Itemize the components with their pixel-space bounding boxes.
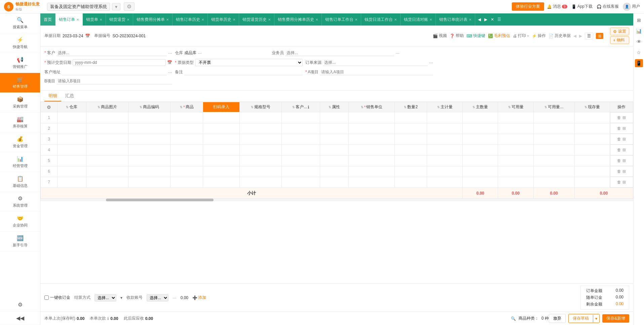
th-spec[interactable]: ⇅规格型号 xyxy=(239,102,281,112)
addr-more-btn[interactable]: ··· xyxy=(168,70,172,75)
payment-method-select[interactable]: 选择... xyxy=(94,294,116,301)
salesperson-more-btn[interactable]: ··· xyxy=(395,50,400,56)
settings-panel-btn[interactable]: ⚙ 设置 xyxy=(610,28,629,35)
th-customer-code[interactable]: ⇅客户...ℹ xyxy=(282,102,320,112)
row-2-product[interactable] xyxy=(171,123,203,134)
row-4-stock[interactable] xyxy=(574,145,610,155)
th-code[interactable]: ⇅商品编码 xyxy=(128,102,171,112)
row-1-scan[interactable] xyxy=(203,112,239,123)
th-available2[interactable]: ⇅可用量... xyxy=(533,102,574,112)
app-download-btn[interactable]: 📱 App下载 xyxy=(571,4,593,9)
row-7-main-qty[interactable] xyxy=(462,177,498,188)
tab-sales-return[interactable]: 销货退货 ✕ xyxy=(106,13,133,26)
sidebar-item-inventory[interactable]: 🏭 库存核算 xyxy=(0,113,40,132)
right-eye-btn[interactable]: 👁 xyxy=(635,38,643,46)
row-1-customer-code[interactable] xyxy=(282,112,320,123)
user-btn[interactable]: 👤 用户 xyxy=(623,3,640,11)
right-star-btn[interactable]: ☆ xyxy=(635,48,643,56)
row-5-stock[interactable] xyxy=(574,155,610,166)
row-7-scan[interactable] xyxy=(203,177,239,188)
row-6-spec[interactable] xyxy=(239,166,281,177)
th-scan[interactable]: 扫码录入 xyxy=(203,102,239,112)
online-support-btn[interactable]: 🎧 在线客服 xyxy=(597,4,619,9)
sidebar-item-enterprise[interactable]: 🤝 企业协同 xyxy=(0,212,40,232)
info-icon2[interactable]: ℹ xyxy=(107,316,109,321)
tab-sales-expense[interactable]: 销售费用分摊单 ✕ xyxy=(133,13,173,26)
tab-order-workbench-close[interactable]: ✕ xyxy=(355,18,357,22)
row-6-copy-icon[interactable]: ⊞ xyxy=(622,169,626,174)
row-5-action[interactable]: 🗑⊞ xyxy=(610,155,633,166)
row-1-attr[interactable] xyxy=(320,112,349,123)
industry-btn[interactable]: 体验行业方案 xyxy=(512,2,544,11)
row-2-customer-code[interactable] xyxy=(282,123,320,134)
shortcut-btn[interactable]: ⌨ 快捷键 xyxy=(466,33,485,39)
info-icon[interactable]: ℹ xyxy=(308,105,309,110)
tab-home[interactable]: 首页 xyxy=(40,13,55,26)
row-1-code[interactable] xyxy=(128,112,171,123)
row-7-customer-code[interactable] xyxy=(282,177,320,188)
sidebar-item-quicknav[interactable]: ⚡ 快捷导航 xyxy=(0,33,40,53)
row-3-main-qty[interactable] xyxy=(462,134,498,145)
row-2-delete-icon[interactable]: 🗑 xyxy=(617,126,621,131)
toolbar-nav-prev[interactable]: ◀ xyxy=(573,34,576,38)
discard-btn[interactable]: 放弃 xyxy=(549,314,566,323)
th-qty2[interactable]: ⇅数量2 xyxy=(394,102,427,112)
row-1-action[interactable]: 🗑 ⊞ xyxy=(610,112,633,123)
row-4-image[interactable] xyxy=(86,145,128,155)
row-2-unit[interactable] xyxy=(349,123,395,134)
tab-sales-order[interactable]: 销售订单 ✕ xyxy=(55,13,83,26)
row-3-product[interactable] xyxy=(171,134,203,145)
payment-dropdown-icon[interactable]: ▾ xyxy=(120,295,122,300)
account-more-btn[interactable]: ··· xyxy=(173,295,177,300)
tab-reconcile-close[interactable]: ✕ xyxy=(429,18,432,22)
row-5-main-qty[interactable] xyxy=(462,155,498,166)
row-3-customer-code[interactable] xyxy=(282,134,320,145)
row-2-image[interactable] xyxy=(86,123,128,134)
row-6-code[interactable] xyxy=(128,166,171,177)
row-5-code[interactable] xyxy=(128,155,171,166)
remark-input[interactable] xyxy=(184,69,303,75)
row-3-spec[interactable] xyxy=(239,134,281,145)
warehouse-more-btn[interactable]: ··· xyxy=(198,50,202,56)
row-5-delete-icon[interactable]: 🗑 xyxy=(617,158,621,163)
row-3-image[interactable] xyxy=(86,134,128,145)
profit-btn[interactable]: 💹 毛利预估 xyxy=(488,33,510,39)
row-4-unit[interactable] xyxy=(349,145,395,155)
row-6-delete-icon[interactable]: 🗑 xyxy=(617,169,621,174)
row-2-available[interactable] xyxy=(498,123,533,134)
tab-summary[interactable]: 汇总 xyxy=(61,91,78,101)
th-stock[interactable]: ⇅现存量 xyxy=(574,102,610,112)
save-draft-btn[interactable]: 保存草稿 xyxy=(569,314,593,323)
th-main-unit[interactable]: ⇅主计量 xyxy=(427,102,462,112)
row-5-qty2[interactable] xyxy=(394,155,427,166)
sidebar-item-system[interactable]: ⚙ 系统管理 xyxy=(0,192,40,212)
tab-order-workbench[interactable]: 销售订单工作台 ✕ xyxy=(322,13,361,26)
row-3-scan[interactable] xyxy=(203,134,239,145)
tab-stats-close[interactable]: ✕ xyxy=(469,18,471,22)
row-5-available2[interactable] xyxy=(533,155,574,166)
row-4-customer-code[interactable] xyxy=(282,145,320,155)
row-4-main-qty[interactable] xyxy=(462,145,498,155)
th-product[interactable]: ⇅*商品 xyxy=(171,102,203,112)
row-3-delete-icon[interactable]: 🗑 xyxy=(617,137,621,141)
row-1-copy-icon[interactable]: ⊞ xyxy=(622,115,626,120)
sidebar-item-finance[interactable]: 💰 资金管理 xyxy=(0,132,40,152)
row-4-main-unit[interactable] xyxy=(427,145,462,155)
customer-more-btn[interactable]: ··· xyxy=(168,50,172,56)
row-6-main-unit[interactable] xyxy=(427,166,462,177)
tab-sales-order-history-close[interactable]: ✕ xyxy=(201,18,204,22)
row-6-image[interactable] xyxy=(86,166,128,177)
row-5-product[interactable] xyxy=(171,155,203,166)
row-1-available[interactable] xyxy=(498,112,533,123)
row-6-customer-code[interactable] xyxy=(282,166,320,177)
a-project-input[interactable] xyxy=(320,69,433,75)
delivery-calendar-icon[interactable]: 📅 xyxy=(167,60,172,65)
row-2-warehouse[interactable] xyxy=(58,123,86,134)
row-7-main-unit[interactable] xyxy=(427,177,462,188)
row-2-qty2[interactable] xyxy=(394,123,427,134)
row-3-available2[interactable] xyxy=(533,134,574,145)
row-3-unit[interactable] xyxy=(349,134,395,145)
tab-sales-return-close[interactable]: ✕ xyxy=(127,18,129,22)
row-6-product[interactable] xyxy=(171,166,203,177)
tab-sales-order-history[interactable]: 销售订单历史 ✕ xyxy=(173,13,208,26)
